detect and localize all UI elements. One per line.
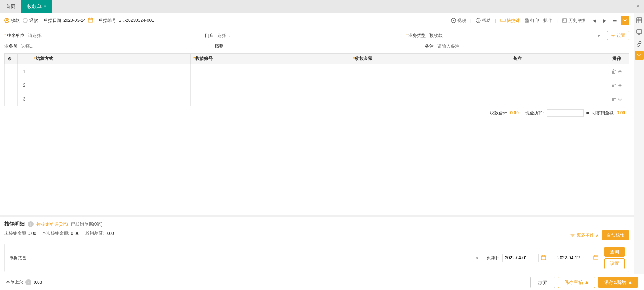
more-conditions-btn[interactable]: 更多条件 ∧ bbox=[570, 232, 599, 238]
settings-button[interactable]: 设置 bbox=[607, 31, 629, 40]
footer-info-icon[interactable]: i bbox=[25, 279, 31, 285]
note-input[interactable] bbox=[436, 43, 629, 50]
range-select[interactable] bbox=[29, 254, 481, 262]
discount-input[interactable] bbox=[547, 109, 584, 117]
staff-more-btn[interactable]: ··· bbox=[205, 44, 209, 50]
maximize-icon[interactable]: □ bbox=[630, 3, 633, 10]
calendar-from-icon[interactable] bbox=[541, 255, 546, 261]
copy-row-2[interactable]: ⊕ bbox=[618, 82, 622, 88]
shortcut-action[interactable]: 快捷键 bbox=[500, 17, 520, 24]
td-gear-1 bbox=[5, 64, 18, 78]
td-settle-3[interactable] bbox=[31, 92, 191, 106]
table-header-row: ⚙ *结算方式 *收款账号 *收款金额 备注 bbox=[5, 54, 629, 64]
help-action[interactable]: ? 帮助 bbox=[476, 17, 491, 24]
current-value: 0.00 bbox=[71, 231, 79, 236]
copy-row-1[interactable]: ⊕ bbox=[618, 68, 622, 74]
svg-rect-7 bbox=[88, 18, 93, 22]
td-account-3[interactable] bbox=[191, 92, 350, 106]
td-amount-2[interactable] bbox=[350, 78, 510, 92]
biztype-chevron[interactable]: ▼ bbox=[597, 33, 601, 38]
svg-point-22 bbox=[612, 35, 614, 36]
td-account-1[interactable] bbox=[191, 64, 350, 78]
td-settle-2[interactable] bbox=[31, 78, 191, 92]
radio-receive-dot bbox=[4, 18, 9, 23]
range-select-wrapper: ▼ bbox=[29, 254, 481, 262]
print-label: 打印 bbox=[530, 17, 539, 24]
td-account-2[interactable] bbox=[191, 78, 350, 92]
expand-icon[interactable] bbox=[621, 16, 629, 25]
sidebar-card-icon[interactable] bbox=[635, 28, 644, 36]
td-action-3: 🗑 ⊕ bbox=[604, 92, 629, 106]
td-settle-1[interactable] bbox=[31, 64, 191, 78]
sidebar-table-icon[interactable] bbox=[635, 16, 644, 25]
chevron-up-icon: ∧ bbox=[596, 233, 599, 238]
note-label: 备注 bbox=[425, 43, 434, 50]
th-action: 操作 bbox=[604, 54, 629, 64]
minimize-icon[interactable]: — bbox=[621, 3, 627, 10]
more-conditions-label: 更多条件 bbox=[577, 232, 594, 238]
calendar-icon[interactable] bbox=[88, 17, 93, 24]
date-to-input[interactable] bbox=[555, 254, 591, 262]
list-icon[interactable]: ☰ bbox=[610, 16, 619, 25]
filter-actions: 查询 设置 bbox=[604, 247, 625, 269]
query-btn[interactable]: 查询 bbox=[604, 247, 625, 257]
close-icon[interactable]: × bbox=[44, 4, 46, 9]
partner-label: *往来单位 bbox=[4, 32, 24, 39]
history-action[interactable]: 历史单据 bbox=[562, 17, 586, 24]
available-label: 可核销金额 bbox=[592, 110, 614, 116]
delete-row-2[interactable]: 🗑 bbox=[611, 82, 616, 88]
sidebar-link-icon[interactable] bbox=[635, 39, 644, 48]
tab-active[interactable]: 收款单 × bbox=[21, 0, 52, 13]
radio-receive[interactable]: 收款 bbox=[4, 17, 20, 24]
tab-home[interactable]: 首页 bbox=[0, 0, 21, 13]
td-note-3[interactable] bbox=[510, 92, 604, 106]
delete-row-3[interactable]: 🗑 bbox=[611, 96, 616, 102]
shortcut-label: 快捷键 bbox=[507, 17, 520, 24]
next-icon[interactable]: ▶ bbox=[600, 16, 609, 25]
td-note-2[interactable] bbox=[510, 78, 604, 92]
prev-icon[interactable]: ◀ bbox=[590, 16, 599, 25]
calendar-to-icon[interactable] bbox=[593, 255, 598, 261]
th-row-num bbox=[18, 54, 31, 64]
number-label: 单据编号 bbox=[99, 17, 116, 24]
radio-receive-label: 收款 bbox=[11, 17, 20, 24]
store-more-btn[interactable]: ··· bbox=[396, 33, 400, 39]
range-filter: 单据范围 ▼ bbox=[9, 254, 481, 262]
radio-refund[interactable]: 退款 bbox=[23, 17, 38, 24]
date-filter-label: 到期日 bbox=[487, 255, 500, 261]
partner-input[interactable] bbox=[27, 32, 193, 39]
partner-more-btn[interactable]: ··· bbox=[195, 33, 200, 39]
svg-rect-23 bbox=[541, 256, 546, 260]
store-input[interactable] bbox=[216, 32, 394, 39]
date-from-input[interactable] bbox=[502, 254, 539, 262]
diff-value: 0.00 bbox=[105, 231, 114, 236]
filter-set-btn[interactable]: 设置 bbox=[604, 258, 625, 269]
table-row: 2 🗑 ⊕ bbox=[5, 78, 629, 92]
delete-row-1[interactable]: 🗑 bbox=[611, 68, 616, 74]
th-gear[interactable]: ⚙ bbox=[5, 54, 18, 64]
auto-writeoff-btn[interactable]: 自动核销 bbox=[602, 230, 629, 240]
td-gear-3 bbox=[5, 92, 18, 106]
print-action[interactable]: 打印 bbox=[524, 17, 539, 24]
save-new-btn[interactable]: 保存&新增 ▲ bbox=[598, 277, 638, 288]
table-row: 1 🗑 ⊕ bbox=[5, 64, 629, 78]
pending-tab[interactable]: 待核销单据(0笔) bbox=[36, 221, 68, 227]
save-draft-btn[interactable]: 保存草稿 ▲ bbox=[558, 277, 596, 288]
copy-row-3[interactable]: ⊕ bbox=[618, 96, 622, 102]
info-icon[interactable]: i bbox=[28, 221, 34, 227]
done-tab[interactable]: 已核销单据(0笔) bbox=[71, 221, 103, 227]
video-action[interactable]: 视频 bbox=[451, 17, 466, 24]
staff-input[interactable] bbox=[20, 43, 203, 50]
operate-action[interactable]: 操作 bbox=[543, 17, 552, 24]
summary-input[interactable] bbox=[225, 43, 419, 50]
store-field-group: 门店 ··· bbox=[205, 32, 400, 39]
td-note-1[interactable] bbox=[510, 64, 604, 78]
td-amount-3[interactable] bbox=[350, 92, 510, 106]
sidebar-expand-icon[interactable] bbox=[635, 51, 644, 60]
svg-rect-27 bbox=[594, 256, 598, 260]
abandon-btn[interactable]: 放弃 bbox=[530, 277, 555, 288]
td-amount-1[interactable] bbox=[350, 64, 510, 78]
main-container: 收款 退款 单据日期 2023-03-24 单据编号 SK-20230324-0 bbox=[0, 13, 634, 290]
window-close-icon[interactable]: × bbox=[636, 3, 640, 10]
partner-field-group: *往来单位 ··· bbox=[4, 32, 199, 39]
